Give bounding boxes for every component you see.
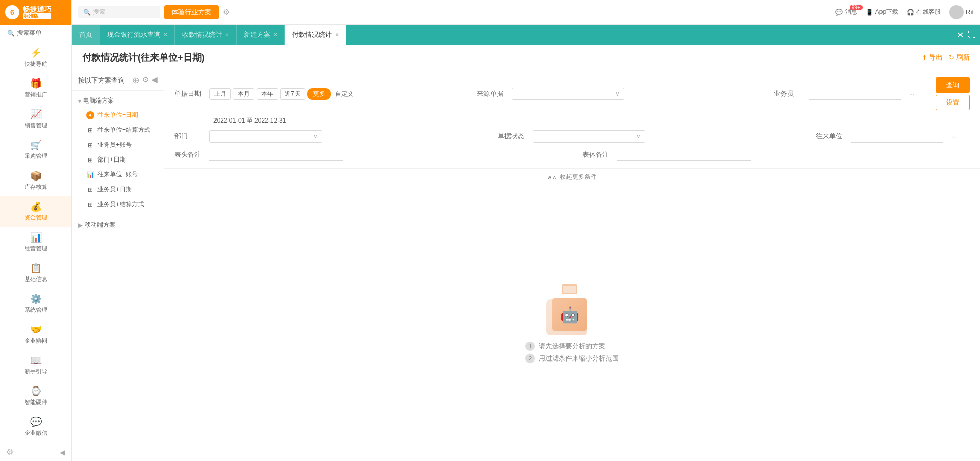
tab-new-scheme-close[interactable]: × (273, 31, 277, 38)
scheme-item-partner-date[interactable]: ● 往来单位+日期 (72, 108, 164, 123)
avatar-label: Rit (966, 8, 974, 16)
filter-col-staff: 业务员 ··· (774, 88, 928, 100)
scheme-item-partner-account[interactable]: 📊 往来单位+账号 (72, 167, 164, 182)
partner-dots[interactable]: ··· (951, 133, 957, 141)
messages-badge[interactable]: 💬 消息 99+ (835, 8, 857, 16)
topbar-right: 💬 消息 99+ 📱 App下载 🎧 在线客服 Rit (835, 5, 974, 19)
sidebar-item-basic[interactable]: 📋 基础信息 (0, 257, 71, 288)
cooperation-icon: 🤝 (30, 324, 42, 335)
online-service[interactable]: 🎧 在线客服 (907, 8, 941, 16)
tab-payment-stats[interactable]: 付款情况统计 × (285, 25, 346, 45)
partner-input[interactable] (851, 131, 943, 143)
date-btn-7days[interactable]: 近7天 (280, 88, 305, 100)
source-select-arrow: ∨ (615, 90, 620, 97)
sidebar-logo: 6 畅捷通巧 标准版 (0, 0, 71, 25)
date-btn-more[interactable]: 更多 (307, 88, 331, 100)
scheme-item-staff-settle[interactable]: ⊞ 业务员+结算方式 (72, 197, 164, 212)
scheme-item-partner-settle[interactable]: ⊞ 往来单位+结算方式 (72, 123, 164, 137)
tab-close-all-icon[interactable]: ✕ (957, 30, 964, 40)
partner-label: 往来单位 (816, 132, 847, 141)
status-select[interactable]: ∨ (533, 130, 645, 143)
tab-bank-flow-close[interactable]: × (164, 31, 167, 38)
sidebar-item-finance[interactable]: 💰 资金管理 (0, 196, 71, 227)
date-btn-last-month[interactable]: 上月 (209, 88, 231, 100)
dept-select-arrow: ∨ (313, 133, 318, 140)
tab-collection-stats[interactable]: 收款情况统计 × (175, 25, 237, 45)
filter-col-date: 单据日期 上月 本月 本年 近7天 更多 自定义 (174, 88, 456, 100)
tab-home[interactable]: 首页 (72, 25, 100, 45)
inventory-icon: 📦 (30, 170, 42, 182)
export-button[interactable]: ⬆ 导出 (922, 53, 943, 62)
page-header-actions: ⬆ 导出 ↻ 刷新 (922, 53, 970, 62)
grid-icon-4: ⊞ (86, 186, 94, 194)
sidebar-item-guide[interactable]: 📖 新手引导 (0, 350, 71, 380)
filter-area: 单据日期 上月 本月 本年 近7天 更多 自定义 来源单据 (164, 70, 980, 461)
sidebar-item-inventory[interactable]: 📦 库存核算 (0, 165, 71, 196)
sidebar-item-sales[interactable]: 📈 销售管理 (0, 104, 71, 134)
footer-settings-icon[interactable]: ⚙ (6, 447, 13, 457)
mobile-group-title[interactable]: ▶ 移动端方案 (72, 218, 164, 232)
experience-btn[interactable]: 体验行业方案 (164, 5, 219, 19)
settings-button[interactable]: 设置 (936, 95, 970, 110)
staff-input[interactable] (809, 88, 901, 100)
tab-payment-stats-close[interactable]: × (335, 31, 339, 38)
sidebar-item-marketing[interactable]: 🎁 营销推广 (0, 73, 71, 104)
scheme-collapse-icon[interactable]: ◀ (152, 75, 158, 85)
tab-new-scheme[interactable]: 新建方案 × (237, 25, 285, 45)
source-label: 来源单据 (477, 89, 507, 98)
empty-state: 🤖 1 请先选择要分析的方案 2 用过滤条件来缩小分析范围 (164, 186, 980, 461)
tab-fullscreen-icon[interactable]: ⛶ (968, 30, 976, 39)
grid-icon-2: ⊞ (86, 141, 94, 149)
quick-nav-icon: ⚡ (30, 47, 42, 58)
app-download[interactable]: 📱 App下载 (866, 8, 898, 16)
scheme-add-icon[interactable]: ⊕ (132, 75, 139, 85)
footer-collapse-icon[interactable]: ◀ (60, 448, 65, 456)
sidebar-item-operation[interactable]: 📊 经营管理 (0, 227, 71, 257)
scheme-item-staff-account[interactable]: ⊞ 业务员+账号 (72, 137, 164, 152)
source-select[interactable]: ∨ (512, 88, 624, 100)
head-note-input[interactable] (209, 149, 343, 161)
tab-collection-stats-close[interactable]: × (225, 31, 229, 38)
date-btn-this-year[interactable]: 本年 (257, 88, 278, 100)
staff-dots[interactable]: ··· (909, 90, 915, 98)
sidebar-item-wechat[interactable]: 💬 企业微信 (0, 411, 71, 442)
sidebar-item-hardware[interactable]: ⌚ 智能硬件 (0, 380, 71, 411)
sidebar-item-purchase[interactable]: 🛒 采购管理 (0, 134, 71, 165)
filter-col-partner: 往来单位 ··· (816, 131, 970, 143)
refresh-button[interactable]: ↻ 刷新 (949, 53, 970, 62)
query-button[interactable]: 查询 (936, 77, 970, 93)
sidebar-item-cooperation[interactable]: 🤝 企业协同 (0, 319, 71, 350)
body-note-input[interactable] (617, 149, 751, 161)
grid-icon-3: ⊞ (86, 156, 94, 164)
settings-icon[interactable]: ⚙ (223, 7, 230, 17)
topbar-search[interactable]: 🔍 搜索 (78, 6, 160, 18)
head-note-label: 表头备注 (174, 150, 205, 159)
sales-icon: 📈 (30, 109, 42, 120)
desktop-group-title[interactable]: ▾ 电脑端方案 (72, 94, 164, 108)
mobile-collapse-icon: ▶ (78, 222, 83, 229)
marketing-icon: 🎁 (30, 78, 42, 89)
scheme-item-staff-date[interactable]: ⊞ 业务员+日期 (72, 182, 164, 197)
dept-label: 部门 (174, 132, 205, 141)
empty-box-antenna (562, 284, 577, 294)
empty-tip-2: 2 用过滤条件来缩小分析范围 (525, 354, 619, 363)
search-menu[interactable]: 🔍 搜索菜单 (0, 25, 71, 42)
date-btn-this-month[interactable]: 本月 (233, 88, 254, 100)
filter-col-head-note: 表头备注 (174, 149, 562, 161)
scheme-settings-icon[interactable]: ⚙ (142, 75, 149, 85)
empty-box-face: 🤖 (552, 298, 587, 331)
user-avatar[interactable]: Rit (949, 5, 974, 19)
sidebar-item-system[interactable]: ⚙️ 系统管理 (0, 288, 71, 319)
scheme-item-dept-date[interactable]: ⊞ 部门+日期 (72, 152, 164, 167)
collapse-bar[interactable]: ∧∧ 收起更多条件 (164, 168, 980, 186)
basic-icon: 📋 (30, 263, 42, 274)
chart-icon: 📊 (86, 171, 94, 179)
sidebar-item-quick-nav[interactable]: ⚡ 快捷导航 (0, 42, 71, 73)
tab-bank-flow[interactable]: 现金银行流水查询 × (100, 25, 175, 45)
date-label: 单据日期 (174, 89, 205, 98)
date-buttons: 上月 本月 本年 近7天 更多 自定义 (209, 88, 354, 100)
main-content: 🔍 搜索 体验行业方案 ⚙ 💬 消息 99+ 📱 App下载 🎧 在线客服 (72, 0, 980, 461)
date-range-text: 2022-01-01 至 2022-12-31 (213, 116, 286, 125)
tab-bar: 首页 现金银行流水查询 × 收款情况统计 × 新建方案 × 付款情况统计 × ✕… (72, 25, 980, 45)
dept-select[interactable]: ∨ (209, 130, 322, 143)
